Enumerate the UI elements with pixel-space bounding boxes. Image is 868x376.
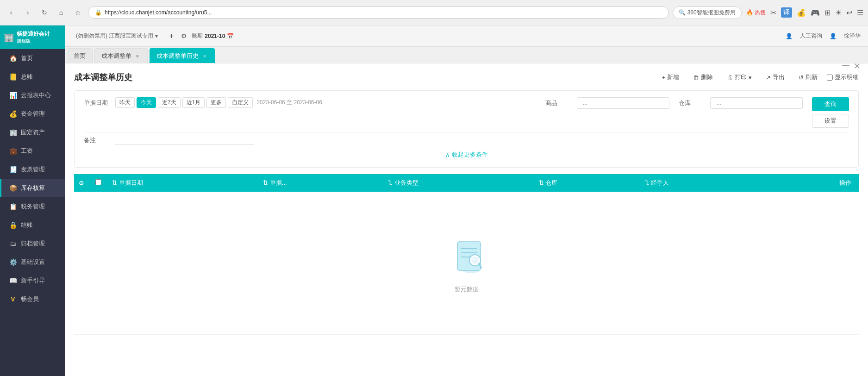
user-name[interactable]: 徐泽华	[844, 32, 861, 40]
company-name: (勿删勿禁用) 江西服宝测试专用	[76, 32, 153, 40]
warehouse-filter-btn[interactable]: ...	[710, 97, 803, 109]
wallet-icon[interactable]: 💰	[797, 8, 806, 17]
user-service-icon: 👤	[786, 33, 793, 39]
goods-dots: ...	[583, 100, 588, 107]
export-button[interactable]: ↗ 导出	[761, 71, 789, 84]
custom-btn[interactable]: 自定义	[228, 97, 253, 108]
search-icon: 🔍	[679, 9, 686, 16]
tab-cost-history-close[interactable]: ×	[201, 53, 208, 59]
period-label: 账期 2021-10 📅	[192, 32, 234, 40]
game-icon[interactable]: 🎮	[811, 8, 820, 17]
print-icon: 🖨	[727, 74, 733, 81]
sidebar-item-guide[interactable]: 📖 新手引导	[0, 271, 65, 290]
sidebar-item-capital-label: 资金管理	[21, 110, 45, 118]
refresh-button[interactable]: ↺ 刷新	[794, 71, 822, 84]
fixed-nav-icon: 🏢	[9, 129, 17, 136]
tab-home[interactable]: 首页	[67, 48, 93, 63]
tab-cost-history[interactable]: 成本调整单历史 ×	[150, 48, 215, 63]
remark-filter-label: 备注	[84, 136, 112, 144]
new-button[interactable]: + 新增	[657, 71, 684, 84]
translate-icon[interactable]: 译	[781, 7, 792, 18]
goods-filter-btn[interactable]: ...	[577, 97, 669, 109]
tab-cost-adjustment-close[interactable]: ×	[134, 53, 141, 59]
sidebar-item-fixed[interactable]: 🏢 固定资产	[0, 123, 65, 142]
setting-button[interactable]: 设置	[812, 114, 849, 128]
minimize-button[interactable]: —	[842, 61, 849, 69]
sidebar-item-home[interactable]: 🏠 首页	[0, 49, 65, 68]
user-service-label[interactable]: 人工咨询	[800, 32, 822, 40]
th-operator-label: ⇅ 经手人	[644, 179, 669, 186]
sidebar-item-tax[interactable]: 📋 税务管理	[0, 197, 65, 216]
sidebar-item-inventory[interactable]: 📦 库存核算	[0, 179, 65, 197]
sidebar-item-payroll-label: 工资	[21, 147, 33, 155]
scissors-icon[interactable]: ✂	[770, 8, 776, 17]
remark-filter-input[interactable]	[115, 136, 254, 145]
more-btn[interactable]: 更多	[206, 97, 226, 108]
select-all-checkbox[interactable]	[95, 179, 101, 185]
display-detail-checkbox[interactable]: 显示明细	[827, 73, 859, 81]
th-checkbox[interactable]	[91, 174, 107, 192]
company-selector[interactable]: (勿删勿禁用) 江西服宝测试专用 ▾	[72, 30, 162, 42]
query-setting-group: 查询 设置	[812, 97, 849, 128]
sidebar-item-archive-label: 归档管理	[21, 239, 45, 248]
undo-icon[interactable]: ↩	[846, 8, 852, 17]
bookmark-button[interactable]: ☆	[71, 6, 84, 19]
url-text: https://cloud.chanjet.com/accounting/uru…	[105, 9, 212, 16]
top-bar-right: 👤 人工咨询 👤 徐泽华	[786, 32, 861, 40]
content-area: (勿删勿禁用) 江西服宝测试专用 ▾ + ⚙ 账期 2021-10 📅 👤 人工…	[65, 25, 868, 376]
menu-icon[interactable]: ☰	[857, 8, 863, 17]
page-title: 成本调整单历史	[74, 72, 132, 83]
settings-nav-icon: ⚙️	[9, 258, 17, 266]
th-biz-type[interactable]: ⇅ 业务类型	[383, 174, 534, 192]
sidebar-item-report[interactable]: 📊 云报表中心	[0, 86, 65, 105]
month1-btn[interactable]: 近1月	[182, 97, 205, 108]
th-warehouse[interactable]: ⇅ 仓库	[534, 174, 640, 192]
th-settings[interactable]: ⚙	[74, 174, 91, 192]
th-action: 操作	[768, 174, 859, 192]
th-voucher[interactable]: ⇅ 单据...	[258, 174, 383, 192]
main-sidebar: 🏢 畅捷通好会计 旗舰版 🏠 首页 📒 总账 📊 云报表中心 💰 资金管理 🏢 …	[0, 25, 65, 376]
refresh-button[interactable]: ↻	[38, 6, 51, 19]
sidebar-item-invoice[interactable]: 🧾 发票管理	[0, 160, 65, 179]
collapse-button[interactable]: ∧ 收起更多条件	[445, 149, 488, 161]
today-btn[interactable]: 今天	[137, 97, 156, 108]
date-to: 2023-06-06	[293, 99, 322, 106]
forward-button[interactable]: ›	[21, 6, 34, 19]
grid-icon[interactable]: ⊞	[824, 8, 831, 17]
sidebar-item-payroll[interactable]: 💼 工资	[0, 142, 65, 160]
sidebar-logo: 🏢 畅捷通好会计 旗舰版	[0, 25, 65, 49]
th-operator[interactable]: ⇅ 经手人	[640, 174, 768, 192]
th-date[interactable]: ⇅ 单据日期	[107, 174, 258, 192]
sidebar-item-ledger[interactable]: 📒 总账	[0, 68, 65, 86]
table-header-row: ⚙ ⇅ 单据日期 ⇅ 单据... ⇅ 业务类型	[74, 174, 859, 192]
company-dropdown-icon: ▾	[155, 33, 158, 39]
calendar-icon[interactable]: 📅	[227, 33, 234, 39]
yesterday-btn[interactable]: 昨天	[115, 97, 135, 108]
brightness-icon[interactable]: ☀	[835, 8, 842, 17]
home-button[interactable]: ⌂	[55, 6, 68, 19]
print-button[interactable]: 🖨 打印 ▾	[722, 71, 756, 84]
search-bar[interactable]: 🔍 360智能抠图免费用	[673, 6, 742, 19]
close-window-button[interactable]: ✕	[854, 61, 861, 71]
sidebar-item-capital[interactable]: 💰 资金管理	[0, 105, 65, 123]
back-button[interactable]: ‹	[5, 6, 18, 19]
tab-cost-adjustment[interactable]: 成本调整单 ×	[94, 48, 148, 63]
settings-icon[interactable]: ⚙	[181, 32, 187, 40]
add-tab-button[interactable]: +	[166, 31, 176, 41]
address-bar[interactable]: 🔒 https://cloud.chanjet.com/accounting/u…	[88, 6, 669, 19]
sidebar-item-guide-label: 新手引导	[21, 276, 45, 285]
logo-icon: 🏢	[4, 32, 14, 43]
week7-btn[interactable]: 近7天	[158, 97, 181, 108]
sidebar-item-ledger-label: 总账	[21, 73, 33, 81]
display-detail-input[interactable]	[827, 75, 833, 81]
delete-button[interactable]: 🗑 删除	[688, 71, 718, 84]
sidebar-item-settings[interactable]: ⚙️ 基础设置	[0, 253, 65, 271]
member-nav-icon: V	[9, 295, 17, 303]
sidebar-item-close-accounts[interactable]: 🔒 结账	[0, 216, 65, 234]
export-icon: ↗	[766, 74, 771, 81]
query-button[interactable]: 查询	[812, 97, 849, 111]
th-date-label: ⇅ 单据日期	[112, 179, 143, 186]
sidebar-item-member[interactable]: V 畅会员	[0, 290, 65, 308]
sidebar-item-archive[interactable]: 🗂 归档管理	[0, 234, 65, 253]
new-icon: +	[662, 74, 665, 81]
